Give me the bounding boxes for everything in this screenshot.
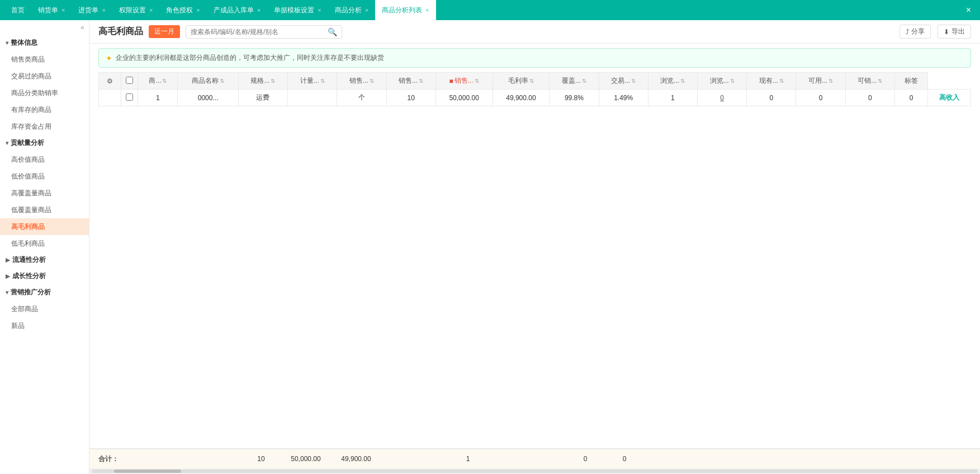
sort-icon: ⇅ — [828, 78, 833, 84]
col-sales-qty[interactable]: 销售... ⇅ — [337, 73, 386, 90]
scrollbar-thumb[interactable] — [114, 470, 181, 473]
row-select-checkbox[interactable] — [126, 93, 133, 101]
nav-tab-template[interactable]: 单据模板设置 × — [267, 0, 328, 20]
table-container: ⚙ 商... ⇅ — [98, 72, 971, 448]
row-tag: 高收入 — [928, 90, 971, 106]
sidebar-item-all-goods[interactable]: 全部商品 — [0, 301, 89, 317]
row-available: 0 — [845, 90, 894, 106]
sort-icon: ⇅ — [878, 78, 882, 84]
info-banner: ✦ 企业的主要的利润都是这部分商品创造的，可考虑加大推广，同时关注库存是不要出现… — [98, 48, 971, 68]
total-label: 合计： — [98, 454, 119, 464]
close-icon[interactable]: × — [61, 7, 65, 13]
sort-icon: ⇅ — [680, 78, 685, 84]
sidebar-group-marketing[interactable]: ▾ 营销推广分析 — [0, 284, 89, 301]
export-button[interactable]: ⬇ 导出 — [938, 25, 971, 39]
col-unit[interactable]: 计量... ⇅ — [288, 73, 337, 90]
row-checkbox[interactable] — [121, 90, 138, 106]
col-current-stock[interactable]: 现有... ⇅ — [747, 73, 796, 90]
close-icon[interactable]: × — [149, 7, 153, 13]
footer-total: 合计： 10 50,000.00 49,900.00 1 0 0 — [89, 448, 980, 468]
col-sales-amt[interactable]: 销售... ⇅ — [386, 73, 435, 90]
sidebar-item-category-assist[interactable]: 商品分类助销率 — [0, 85, 89, 101]
content-header: 高毛利商品 近一月 🔍 ⤴ 分享 ⬇ 导出 — [89, 20, 980, 44]
col-spec[interactable]: 规格... ⇅ — [238, 73, 287, 90]
sort-icon: ⇅ — [320, 78, 325, 84]
nav-tab-home[interactable]: 首页 — [4, 0, 31, 20]
sidebar-item-new-goods[interactable]: 新品 — [0, 317, 89, 334]
row-sales-amt: 50,000.00 — [435, 90, 493, 106]
sidebar-item-stock-capital[interactable]: 库存资金占用 — [0, 118, 89, 135]
sidebar-item-stocked-goods[interactable]: 有库存的商品 — [0, 101, 89, 118]
sidebar-item-high-margin[interactable]: 高毛利商品 — [0, 218, 89, 235]
sort-icon: ⇅ — [419, 78, 423, 84]
row-name: 运费 — [238, 90, 287, 106]
export-icon: ⬇ — [944, 28, 949, 36]
close-icon[interactable]: × — [318, 7, 321, 13]
sidebar-item-high-coverage[interactable]: 高覆盖量商品 — [0, 185, 89, 201]
main-layout: « ▾ 整体信息 销售类商品 交易过的商品 商品分类助销率 有库存的商品 库存资… — [0, 20, 980, 474]
sidebar-collapse-button[interactable]: « — [0, 20, 89, 35]
col-sellable[interactable]: 可销... ⇅ — [845, 73, 894, 90]
nav-close-all-button[interactable]: × — [962, 3, 976, 17]
sidebar-item-low-value[interactable]: 低价值商品 — [0, 168, 89, 185]
col-available[interactable]: 可用... ⇅ — [796, 73, 845, 90]
row-browse2: 0 — [747, 90, 796, 106]
sort-icon: ⇅ — [220, 78, 224, 84]
total-spacer3 — [487, 455, 566, 463]
col-name[interactable]: 商品名称 ⇅ — [178, 73, 238, 90]
search-input[interactable] — [191, 28, 325, 36]
row-browse1[interactable]: 0 — [698, 90, 747, 106]
close-icon[interactable]: × — [425, 7, 429, 13]
nav-tab-permission[interactable]: 权限设置 × — [112, 0, 159, 20]
row-sales-qty: 10 — [386, 90, 435, 106]
sidebar-group-contribution[interactable]: ▾ 贡献量分析 — [0, 135, 89, 151]
nav-tab-analysis-list[interactable]: 商品分析列表 × — [375, 0, 435, 20]
sidebar-item-high-value[interactable]: 高价值商品 — [0, 151, 89, 168]
sidebar-item-low-margin[interactable]: 低毛利商品 — [0, 235, 89, 252]
content-area: 高毛利商品 近一月 🔍 ⤴ 分享 ⬇ 导出 — [89, 20, 980, 474]
filter-button[interactable]: 近一月 — [149, 25, 180, 38]
nav-tab-analysis[interactable]: 商品分析 × — [328, 0, 375, 20]
scrollbar-track — [92, 470, 978, 473]
nav-tab-purchase[interactable]: 进货单 × — [72, 0, 112, 20]
bottom-scrollbar[interactable] — [89, 468, 980, 474]
sidebar-item-sales-goods[interactable]: 销售类商品 — [0, 51, 89, 68]
col-browse1[interactable]: 浏览... ⇅ — [648, 73, 697, 90]
col-browse2[interactable]: 浏览... ⇅ — [698, 73, 747, 90]
sort-icon: ⇅ — [631, 78, 636, 84]
row-code: 0000... — [178, 90, 238, 106]
col-sales-profit[interactable]: ■ 销售... ⇅ — [435, 73, 493, 90]
sidebar-group-liquidity[interactable]: ▶ 流通性分析 — [0, 252, 89, 268]
row-trade-count: 1 — [648, 90, 697, 106]
select-all-checkbox[interactable] — [126, 77, 133, 84]
total-available: 0 — [605, 455, 644, 463]
nav-tab-sales[interactable]: 销货单 × — [31, 0, 72, 20]
close-icon[interactable]: × — [365, 7, 368, 13]
col-settings[interactable]: ⚙ — [99, 73, 121, 90]
row-gross-margin: 99.8% — [550, 90, 599, 106]
row-current-stock: 0 — [796, 90, 845, 106]
close-icon[interactable]: × — [102, 7, 105, 13]
col-gross-margin[interactable]: 毛利率 ⇅ — [493, 73, 550, 90]
nav-tab-role[interactable]: 角色授权 × — [159, 0, 206, 20]
col-code[interactable]: 商... ⇅ — [138, 73, 178, 90]
sidebar-item-low-coverage[interactable]: 低覆盖量商品 — [0, 201, 89, 218]
share-button[interactable]: ⤴ 分享 — [899, 25, 931, 39]
table-row: 1 0000... 运费 个 10 50,000.00 49,900.00 99… — [99, 90, 971, 106]
header-actions: ⤴ 分享 ⬇ 导出 — [899, 25, 971, 39]
col-trade-count[interactable]: 交易... ⇅ — [599, 73, 648, 90]
nav-tab-warehouse[interactable]: 产成品入库单 × — [207, 0, 267, 20]
row-sales-profit: 49,900.00 — [493, 90, 550, 106]
sidebar-group-overview[interactable]: ▾ 整体信息 — [0, 35, 89, 51]
sort-icon: ⇅ — [475, 78, 479, 84]
sidebar-group-growth[interactable]: ▶ 成长性分析 — [0, 268, 89, 284]
close-icon[interactable]: × — [257, 7, 261, 13]
col-checkbox[interactable] — [121, 73, 138, 90]
search-icon[interactable]: 🔍 — [328, 27, 337, 36]
row-coverage: 1.49% — [599, 90, 648, 106]
sidebar-item-traded-goods[interactable]: 交易过的商品 — [0, 68, 89, 85]
total-sales-amt: 50,000.00 — [281, 455, 331, 463]
col-coverage[interactable]: 覆盖... ⇅ — [550, 73, 599, 90]
search-box: 🔍 — [186, 25, 342, 39]
close-icon[interactable]: × — [196, 7, 200, 13]
